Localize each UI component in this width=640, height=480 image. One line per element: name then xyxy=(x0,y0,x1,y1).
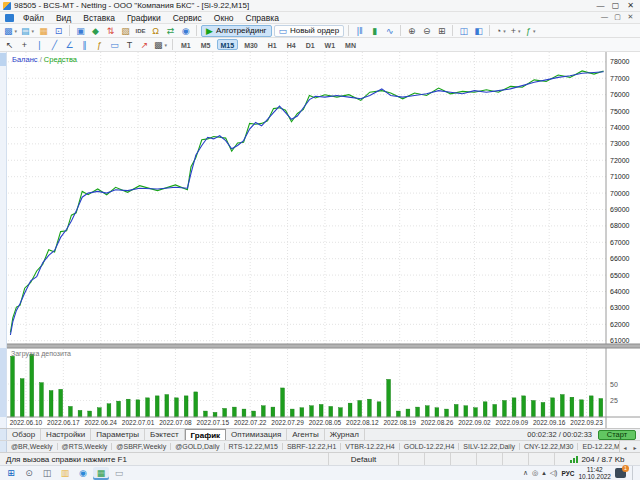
search-icon[interactable]: ⊙ xyxy=(21,467,37,480)
cascade-windows-icon[interactable]: ◧ xyxy=(472,25,485,37)
tester-tab[interactable]: Журнал xyxy=(325,429,365,440)
tester-tabs-grip[interactable] xyxy=(0,429,7,441)
ide-icon[interactable]: IDE xyxy=(134,25,147,37)
community-icon[interactable]: ◉ xyxy=(179,25,192,37)
arrow-object-icon[interactable]: ↗ xyxy=(138,39,151,51)
start-button[interactable]: ⊞ xyxy=(3,467,19,480)
tester-tab[interactable]: График xyxy=(185,429,227,440)
tester-tab[interactable]: Агенты xyxy=(287,429,324,440)
symbol-tab[interactable]: @GOLD,Daily xyxy=(171,443,224,450)
crosshair-icon[interactable]: + xyxy=(18,39,31,51)
cursor-icon[interactable]: ↖ xyxy=(3,39,16,51)
algo-trading-button[interactable]: ▶Алготрейдинг xyxy=(201,25,271,37)
data-window-icon[interactable]: ⊡ xyxy=(52,25,65,37)
timeframe-button-m1[interactable]: M1 xyxy=(177,39,195,50)
crosshair-menu-icon[interactable]: +▾ xyxy=(509,25,522,37)
symbol-tab[interactable]: @SBRF,Weekly xyxy=(112,443,171,450)
status-profile[interactable]: Default xyxy=(328,453,398,466)
navigator-icon[interactable]: ◆ xyxy=(89,25,102,37)
candlestick-chart-icon[interactable]: ▮ xyxy=(368,25,381,37)
close-button[interactable]: ✕ xyxy=(624,1,637,11)
scroll-right-icon[interactable]: ▸ xyxy=(630,444,640,451)
lock-icon[interactable]: Ω xyxy=(149,25,162,37)
tester-panel-grip[interactable] xyxy=(0,52,7,428)
menu-item[interactable]: Файл xyxy=(17,13,50,23)
new-chart-icon[interactable]: ▩▾ xyxy=(3,25,18,37)
vertical-line-icon[interactable]: | xyxy=(33,39,46,51)
menu-item[interactable]: Окно xyxy=(208,13,240,23)
tray-expand-icon[interactable]: ∧ xyxy=(523,469,528,477)
symbol-tab[interactable]: SBRF-12.22,H1 xyxy=(283,443,341,450)
channel-icon[interactable]: ∥ xyxy=(78,39,91,51)
symbol-tab[interactable]: GOLD-12.22,H4 xyxy=(400,443,460,450)
symbol-tab[interactable]: CNY-12.22,M30 xyxy=(520,443,579,450)
show-desktop-button[interactable] xyxy=(632,466,635,480)
text-icon[interactable]: T xyxy=(123,39,136,51)
symbol-tab[interactable]: @RTS,Weekly xyxy=(58,443,113,450)
menu-item[interactable]: Графики xyxy=(121,13,167,23)
action-center-icon[interactable]: 1 xyxy=(615,468,626,478)
tester-tab[interactable]: Бэктест xyxy=(145,429,185,440)
bar-chart-icon[interactable]: |‖ xyxy=(353,25,366,37)
browser-icon[interactable]: ◉ xyxy=(75,467,91,480)
timeframe-button-m30[interactable]: M30 xyxy=(240,39,262,50)
profiles-icon[interactable]: ▤▾ xyxy=(20,25,35,37)
symbol-tabs-grip[interactable] xyxy=(0,441,7,453)
terminal-icon[interactable]: ▣ xyxy=(74,25,87,37)
network-icon[interactable]: ▴ xyxy=(542,469,546,477)
line-chart-icon[interactable]: ∿ xyxy=(383,25,396,37)
volume-icon[interactable]: ◁) xyxy=(550,469,558,477)
buy-sell-icon[interactable]: ⇅ xyxy=(104,25,117,37)
scroll-left-icon[interactable]: ◂ xyxy=(620,444,630,451)
tester-tab[interactable]: Параметры xyxy=(91,429,145,440)
menu-item[interactable]: Вставка xyxy=(77,13,121,23)
symbol-tab[interactable]: SILV-12.22,Daily xyxy=(459,443,520,450)
task-view-icon[interactable]: ◫ xyxy=(39,467,55,480)
autoscroll-icon[interactable]: ◔▾ xyxy=(494,25,507,37)
tester-chart[interactable]: 7800077000760007500074000730007200071000… xyxy=(0,52,640,428)
timeframe-button-w1[interactable]: W1 xyxy=(321,39,340,50)
metatrader-icon[interactable]: ▦ xyxy=(93,467,109,480)
maximize-button[interactable]: ▢ xyxy=(609,1,622,11)
market-icon[interactable]: ▧ xyxy=(119,25,132,37)
tester-tab[interactable]: Обзор xyxy=(7,429,41,440)
timeframe-button-mn[interactable]: MN xyxy=(341,39,360,50)
menu-item[interactable]: Сервис xyxy=(167,13,208,23)
timeframe-button-m5[interactable]: M5 xyxy=(197,39,215,50)
taskbar-clock[interactable]: 11:42 10.10.2022 xyxy=(578,466,611,480)
timeframe-button-h1[interactable]: H1 xyxy=(264,39,281,50)
angle-trendline-icon[interactable]: ∠ xyxy=(63,39,76,51)
zoom-out-icon[interactable]: ⊖ xyxy=(420,25,433,37)
indicators-icon[interactable]: ƒ▾ xyxy=(524,25,537,37)
timeframe-button-m15[interactable]: M15 xyxy=(217,39,239,50)
chart-canvas[interactable]: 7800077000760007500074000730007200071000… xyxy=(0,52,640,428)
tester-tab[interactable]: Оптимизация xyxy=(226,429,287,440)
connect-icon[interactable]: ⇄ xyxy=(164,25,177,37)
trendline-icon[interactable]: ╱ xyxy=(48,39,61,51)
chart-restore-button[interactable]: ▢ xyxy=(612,13,623,22)
language-indicator[interactable]: РУС xyxy=(561,470,574,477)
start-button[interactable]: Старт xyxy=(598,430,636,440)
tray-status-icon[interactable]: ◎ xyxy=(532,469,538,477)
zoom-in-icon[interactable]: ⊕ xyxy=(405,25,418,37)
pinned-app-icon[interactable]: ▭ xyxy=(111,467,127,480)
chart-system-menu-icon[interactable] xyxy=(5,14,14,22)
file-explorer-icon[interactable]: ▥ xyxy=(57,467,73,480)
new-order-button[interactable]: ▭Новый ордер xyxy=(274,25,345,37)
grid-icon[interactable]: ⊞ xyxy=(435,25,448,37)
shapes-icon[interactable]: ▭ xyxy=(108,39,121,51)
menu-item[interactable]: Справка xyxy=(240,13,285,23)
timeframe-button-h4[interactable]: H4 xyxy=(283,39,300,50)
minimize-button[interactable]: — xyxy=(594,1,607,11)
timeframe-button-d1[interactable]: D1 xyxy=(302,39,319,50)
all-objects-icon[interactable]: ▩▾ xyxy=(153,39,168,51)
market-watch-icon[interactable]: ▦ xyxy=(37,25,50,37)
panel-splitter[interactable] xyxy=(0,344,640,348)
symbol-tab[interactable]: RTS-12.22,M15 xyxy=(225,443,283,450)
chart-close-button[interactable]: ✕ xyxy=(625,13,636,22)
fibonacci-icon[interactable]: ƒ xyxy=(93,39,106,51)
chart-minimize-button[interactable]: — xyxy=(599,13,610,22)
symbol-tab[interactable]: VTBR-12.22,H4 xyxy=(341,443,399,450)
symbol-tab[interactable]: @BR,Weekly xyxy=(7,443,58,450)
tile-windows-icon[interactable]: ◫ xyxy=(457,25,470,37)
